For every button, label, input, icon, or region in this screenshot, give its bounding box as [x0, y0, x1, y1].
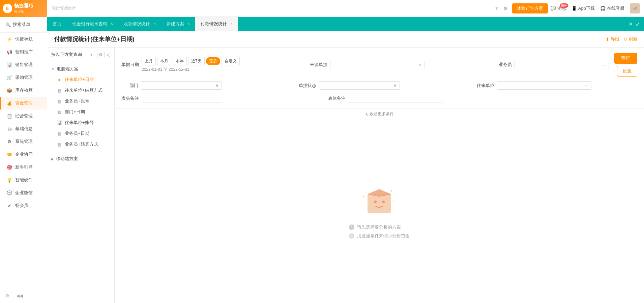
- bill-status-select[interactable]: ∨: [319, 81, 400, 90]
- header-remark-input[interactable]: [142, 94, 223, 102]
- last-7days-btn[interactable]: 近7天: [188, 57, 205, 65]
- bill-status-label: 单据状态: [299, 83, 316, 89]
- online-service-btn[interactable]: 🎧 在线客服: [600, 5, 624, 11]
- sidebar-item-system[interactable]: ⚙ 系统管理: [0, 135, 47, 148]
- counterpart-label: 往来单位: [477, 83, 494, 89]
- user-avatar[interactable]: Rit: [630, 3, 640, 13]
- tab-receipt-stats[interactable]: 收款情况统计 ×: [118, 17, 161, 31]
- tab-close-btn[interactable]: ×: [153, 22, 156, 26]
- app-icon: 📱: [572, 6, 577, 11]
- sidebar-item-label: 销售管理: [15, 62, 33, 68]
- counterpart-section: 往来单位 ···: [477, 81, 591, 90]
- trial-btn[interactable]: 体验行业方案: [512, 3, 548, 13]
- filter-area: 单据日期 上月 本月 本年 近7天 更多 自定义 2022-01-01 至 20…: [115, 48, 644, 303]
- sidebar-item-label: 经营管理: [15, 113, 33, 119]
- sidebar-item-operation[interactable]: 📋 经营管理: [0, 110, 47, 122]
- last-month-btn[interactable]: 上月: [142, 57, 156, 65]
- sales-icon: 📊: [6, 62, 12, 68]
- dropdown-arrow-icon: ∨: [393, 83, 397, 88]
- page-title: 付款情况统计(往来单位+日期): [54, 35, 135, 43]
- tab-cash-flow[interactable]: 现金银行流水查询 ×: [67, 17, 118, 31]
- tab-close-btn[interactable]: ×: [230, 22, 233, 26]
- scheme-item-label: 业务员+结算方式: [65, 141, 98, 147]
- sidebar-item-quick-nav[interactable]: ⚡ 快捷导航: [0, 33, 47, 46]
- active-scheme-icon: ●: [57, 77, 62, 82]
- scheme-item-label: 往来单位+账号: [65, 120, 94, 126]
- add-scheme-btn[interactable]: +: [88, 51, 95, 58]
- tab-payment-stats[interactable]: 付款情况统计 ×: [195, 17, 238, 31]
- more-dates-btn[interactable]: 更多: [206, 57, 220, 65]
- sidebar-item-marketing[interactable]: 📢 营销推广: [0, 46, 47, 58]
- close-window-btn[interactable]: ✕: [628, 21, 633, 27]
- date-range-text: 2022-01-01 至 2022-12-31: [142, 67, 240, 72]
- messages-btn[interactable]: 💬 消息 99+: [551, 5, 566, 11]
- app-download-btn[interactable]: 📱 App下载: [572, 5, 595, 11]
- scheme-item-partner-account[interactable]: 📊 往来单位+账号: [47, 117, 114, 128]
- salesman-select[interactable]: ···: [515, 61, 609, 69]
- tip-1: 1 请先选择要分析的方案: [349, 223, 410, 232]
- desktop-group-header[interactable]: ▼ 电脑端方案: [47, 64, 114, 74]
- tab-new-scheme[interactable]: 新建方案 ×: [161, 17, 195, 31]
- tab-home-label: 首页: [53, 21, 61, 27]
- topbar-dropdown[interactable]: ▼: [495, 6, 499, 11]
- sidebar-item-wechat[interactable]: 💬 企业微信: [0, 186, 47, 199]
- custom-date-btn[interactable]: 自定义: [222, 57, 240, 65]
- scheme-panel-title: 按以下方案查询: [51, 52, 82, 58]
- export-btn[interactable]: ⬆ 导出: [606, 36, 619, 42]
- mobile-group-header[interactable]: ▶ 移动端方案: [47, 154, 114, 164]
- avatar-text: Rit: [633, 6, 638, 11]
- header-remark-section: 表头备注: [121, 94, 223, 102]
- counterpart-select[interactable]: ···: [497, 81, 591, 90]
- scheme-settings-btn[interactable]: ⚙: [97, 51, 105, 58]
- tab-close-btn[interactable]: ×: [111, 22, 113, 26]
- tab-window-btns: ✕ ⤢: [624, 17, 644, 31]
- scheme-item-salesman-date[interactable]: ▦ 业务员+日期: [47, 128, 114, 139]
- sidebar-item-enterprise[interactable]: 🤝 企业协同: [0, 148, 47, 161]
- tip-num-2: 2: [349, 233, 354, 239]
- sidebar-item-label: 畅会员: [15, 203, 28, 209]
- sidebar-footer: ⚙ ◀◀: [0, 288, 47, 303]
- sidebar-item-sales[interactable]: 📊 销售管理: [0, 58, 47, 71]
- source-bill-label: 来源单据: [310, 62, 327, 68]
- scheme-collapse-btn[interactable]: ◁: [107, 52, 110, 57]
- query-btn[interactable]: 查询: [614, 53, 637, 64]
- vip-icon: ✔: [6, 203, 12, 209]
- source-bill-select[interactable]: ∨: [330, 61, 425, 69]
- sidebar-collapse-btn[interactable]: ◀◀: [15, 291, 24, 300]
- maximize-btn[interactable]: ⤢: [636, 21, 640, 27]
- svg-text:✦: ✦: [389, 189, 393, 193]
- sidebar-item-finance[interactable]: 💰 资金管理: [0, 97, 47, 110]
- body-area: 按以下方案查询 + ⚙ ◁ ▼ 电脑端方案 ● 往来单位+日期 ▦: [47, 48, 644, 303]
- header-remark-label: 表头备注: [121, 95, 139, 101]
- sidebar-settings-btn[interactable]: ⚙: [3, 291, 12, 300]
- refresh-btn[interactable]: ↻ 刷新: [623, 36, 637, 42]
- this-year-btn[interactable]: 本年: [173, 57, 187, 65]
- scheme-item-label: 往来单位+日期: [65, 77, 94, 83]
- scheme-icon: ▦: [57, 109, 62, 115]
- dept-select[interactable]: ∨: [141, 81, 222, 90]
- tab-home[interactable]: 首页: [47, 17, 67, 31]
- svg-point-5: [382, 201, 385, 203]
- tab-label: 收款情况统计: [124, 21, 150, 27]
- tab-close-btn[interactable]: ×: [187, 22, 190, 26]
- this-month-btn[interactable]: 本月: [157, 57, 171, 65]
- body-remark-input[interactable]: [348, 94, 443, 102]
- scheme-item-partner-settle[interactable]: ▦ 往来单位+结算方式: [47, 85, 114, 96]
- sidebar-item-basic[interactable]: 🗂 基础信息: [0, 122, 47, 135]
- sidebar-item-hardware[interactable]: 💡 智能硬件: [0, 174, 47, 186]
- filter-settings-btn[interactable]: 设置: [617, 66, 637, 77]
- sidebar-item-guide[interactable]: 🎯 新手引导: [0, 161, 47, 174]
- scheme-item-salesman-account[interactable]: ▦ 业务员+账号: [47, 96, 114, 107]
- svg-text:✦: ✦: [362, 195, 365, 198]
- sidebar-item-vip[interactable]: ✔ 畅会员: [0, 199, 47, 212]
- topbar-gear-btn[interactable]: ⚙: [501, 4, 510, 13]
- empty-state: ✦ ✦ ✦ 1 请先选择要分析的方案 2 用过滤条件来缩小分析范围: [115, 120, 644, 303]
- collapse-bar[interactable]: ∧ 收起更多条件: [115, 108, 644, 120]
- sidebar-item-stock[interactable]: 📦 库存核算: [0, 84, 47, 97]
- scheme-item-partner-date[interactable]: ● 往来单位+日期: [47, 74, 114, 85]
- tab-label: 付款情况统计: [201, 21, 227, 27]
- scheme-item-salesman-settle[interactable]: ▦ 业务员+结算方式: [47, 139, 114, 150]
- sidebar-item-purchase[interactable]: 🛒 采购管理: [0, 71, 47, 84]
- scheme-item-dept-date[interactable]: ▦ 部门+日期: [47, 107, 114, 117]
- search-menu-item[interactable]: 🔍 搜索菜单: [3, 20, 44, 30]
